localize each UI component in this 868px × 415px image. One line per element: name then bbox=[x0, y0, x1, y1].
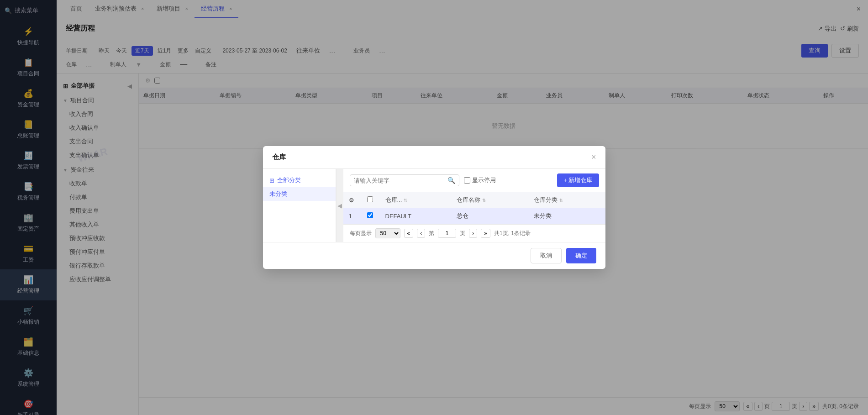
row-select-checkbox[interactable] bbox=[367, 212, 373, 218]
modal-footer: 取消 确定 bbox=[263, 242, 605, 269]
modal-last-page[interactable]: » bbox=[481, 229, 490, 238]
modal-prev-page[interactable]: ‹ bbox=[417, 229, 425, 238]
modal-body: ⊞ 全部分类 未分类 ◀ 🔍 显示停用 bbox=[263, 169, 605, 242]
modal-pagination: 每页显示 50 100 « ‹ 第 页 › » 共1页, 1条记录 bbox=[343, 224, 605, 242]
col-category-header: 仓库分类 ⇅ bbox=[528, 192, 605, 208]
modal-search-input[interactable] bbox=[354, 177, 445, 184]
modal-page-size-select[interactable]: 50 100 bbox=[375, 228, 400, 238]
col-code-label: 仓库... bbox=[385, 196, 402, 203]
sort-icon-name[interactable]: ⇅ bbox=[482, 198, 486, 203]
search-icon-modal: 🔍 bbox=[447, 177, 455, 184]
col-code-header: 仓库... ⇅ bbox=[380, 192, 452, 208]
modal-toolbar: 🔍 显示停用 + 新增仓库 bbox=[343, 169, 605, 192]
sort-icon-code[interactable]: ⇅ bbox=[404, 198, 407, 203]
col-name-header: 仓库名称 ⇅ bbox=[451, 192, 528, 208]
modal-overlay: 仓库 × ⊞ 全部分类 未分类 ◀ bbox=[0, 0, 868, 415]
show-disabled-wrap: 显示停用 bbox=[464, 176, 496, 184]
confirm-button[interactable]: 确定 bbox=[566, 248, 596, 263]
modal-page-num-label: 第 bbox=[429, 230, 434, 237]
modal-title: 仓库 bbox=[272, 153, 286, 162]
row-settings: 1 bbox=[343, 208, 362, 224]
modal-page-unit: 页 bbox=[460, 230, 465, 237]
cancel-button[interactable]: 取消 bbox=[531, 248, 562, 263]
modal-left-container: ⊞ 全部分类 未分类 ◀ bbox=[263, 169, 343, 242]
col-name-label: 仓库名称 bbox=[457, 196, 480, 203]
collapse-side-button[interactable]: ◀ bbox=[336, 169, 343, 242]
grid-icon-modal: ⊞ bbox=[269, 177, 274, 184]
row-category: 未分类 bbox=[528, 208, 605, 224]
modal-cat-未分类[interactable]: 未分类 bbox=[263, 187, 336, 201]
warehouse-modal: 仓库 × ⊞ 全部分类 未分类 ◀ bbox=[263, 146, 605, 269]
all-category-label: 全部分类 bbox=[277, 176, 301, 184]
modal-right-panel: 🔍 显示停用 + 新增仓库 ⚙ bbox=[343, 169, 605, 242]
row-name: 总仓 bbox=[451, 208, 528, 224]
modal-warehouse-table: ⚙ 仓库... ⇅ 仓库名称 ⇅ bbox=[343, 192, 605, 224]
col-checkbox-header bbox=[362, 192, 380, 208]
modal-next-page[interactable]: › bbox=[469, 229, 477, 238]
col-settings: ⚙ bbox=[343, 192, 362, 208]
row-code: DEFAULT bbox=[380, 208, 452, 224]
all-category-header[interactable]: ⊞ 全部分类 bbox=[263, 173, 336, 187]
modal-first-page[interactable]: « bbox=[404, 229, 414, 238]
table-row[interactable]: 1 DEFAULT 总仓 未分类 bbox=[343, 208, 605, 224]
modal-table-wrap: ⚙ 仓库... ⇅ 仓库名称 ⇅ bbox=[343, 192, 605, 224]
modal-categories: 未分类 bbox=[263, 187, 336, 201]
row-checkbox bbox=[362, 208, 380, 224]
col-category-label: 仓库分类 bbox=[534, 196, 558, 203]
modal-search-wrap: 🔍 bbox=[350, 174, 459, 186]
add-warehouse-button[interactable]: + 新增仓库 bbox=[557, 173, 599, 187]
show-disabled-label: 显示停用 bbox=[472, 176, 496, 184]
modal-page-size-label: 每页显示 bbox=[350, 230, 372, 237]
sort-icon-category[interactable]: ⇅ bbox=[559, 198, 563, 203]
show-disabled-checkbox[interactable] bbox=[464, 177, 470, 184]
select-all-modal[interactable] bbox=[367, 196, 373, 202]
modal-close-button[interactable]: × bbox=[591, 152, 596, 162]
modal-category-panel: ⊞ 全部分类 未分类 bbox=[263, 169, 336, 242]
modal-header: 仓库 × bbox=[263, 146, 605, 169]
modal-page-input[interactable] bbox=[438, 229, 456, 238]
modal-total-info: 共1页, 1条记录 bbox=[494, 230, 531, 237]
